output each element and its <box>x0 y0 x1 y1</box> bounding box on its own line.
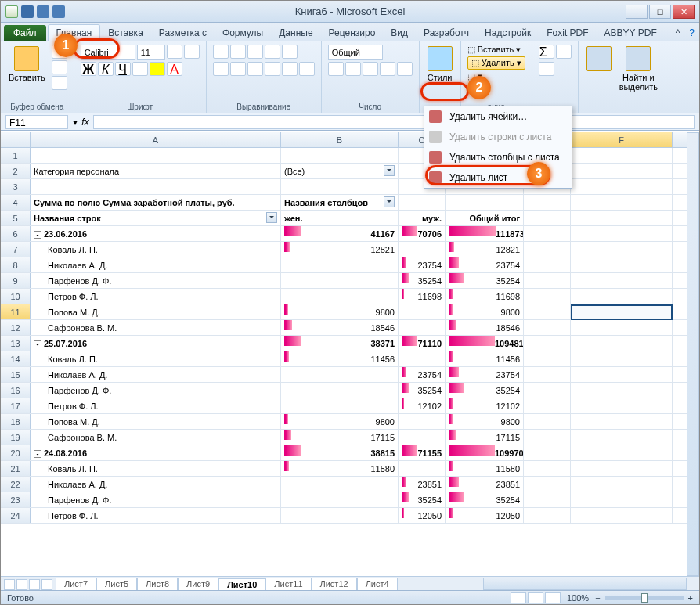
row-header[interactable]: 23 <box>1 492 31 507</box>
sheet-tab[interactable]: Лист12 <box>312 578 357 590</box>
fx-icon[interactable]: fx <box>78 117 93 128</box>
horizontal-scrollbar[interactable] <box>483 578 687 590</box>
cell-value[interactable]: 17115 <box>281 430 399 445</box>
font-name-input[interactable] <box>81 45 135 60</box>
sheet-tab[interactable]: Лист7 <box>56 578 96 590</box>
cell-value[interactable]: 12102 <box>399 398 446 413</box>
cell-value[interactable]: 12102 <box>446 398 524 413</box>
col-header-b[interactable]: B <box>281 132 399 147</box>
align-middle-icon[interactable] <box>230 45 246 59</box>
wrap-text-icon[interactable] <box>282 45 298 59</box>
zoom-in-button[interactable]: + <box>688 593 693 603</box>
grow-font-icon[interactable] <box>167 45 182 59</box>
cell-value[interactable]: 23851 <box>446 477 524 492</box>
cell-value[interactable]: 18546 <box>446 320 524 335</box>
cell-value[interactable]: 12821 <box>446 242 524 257</box>
cell-value[interactable]: 9800 <box>446 304 524 319</box>
select-all-corner[interactable] <box>1 132 31 147</box>
row-label[interactable]: Петров Ф. Л. <box>31 508 281 523</box>
cell-value[interactable]: 35254 <box>446 383 524 398</box>
cell-value[interactable] <box>281 289 399 304</box>
sheet-nav-prev-icon[interactable] <box>16 579 27 590</box>
cell-value[interactable] <box>399 320 446 335</box>
increase-indent-icon[interactable] <box>282 62 298 76</box>
cell-value[interactable] <box>281 508 399 523</box>
cell-value[interactable]: 11456 <box>281 351 399 366</box>
row-header[interactable]: 1 <box>1 148 31 163</box>
delete-cells-button[interactable]: ⬚ Удалить ▾ <box>467 56 525 70</box>
cell-value[interactable] <box>399 242 446 257</box>
zoom-slider[interactable] <box>605 596 684 600</box>
zoom-out-button[interactable]: − <box>595 593 600 603</box>
cell-value[interactable]: 23754 <box>446 257 524 272</box>
help-icon[interactable]: ? <box>684 25 699 41</box>
col-header-a[interactable]: A <box>31 132 281 147</box>
sheet-tab[interactable]: Лист9 <box>178 578 218 590</box>
cell-value[interactable] <box>281 477 399 492</box>
cell-value[interactable]: 12050 <box>446 508 524 523</box>
minimize-button[interactable]: — <box>626 5 648 19</box>
row-label[interactable]: Коваль Л. П. <box>31 461 281 476</box>
underline-icon[interactable]: Ч <box>115 62 131 76</box>
copy-icon[interactable] <box>52 60 67 74</box>
find-select-button[interactable]: Найти и выделить <box>618 45 659 93</box>
cell-value[interactable]: 23754 <box>399 367 446 382</box>
vertical-scrollbar[interactable] <box>687 132 699 576</box>
row-header[interactable]: 21 <box>1 461 31 476</box>
sheet-nav-next-icon[interactable] <box>29 579 40 590</box>
row-header[interactable]: 14 <box>1 351 31 366</box>
row-label[interactable]: Коваль Л. П. <box>31 351 281 366</box>
number-format-input[interactable] <box>328 45 383 60</box>
increase-decimal-icon[interactable] <box>380 62 395 76</box>
cell-value[interactable]: 23851 <box>399 477 446 492</box>
comma-icon[interactable] <box>363 62 378 76</box>
cell-value[interactable]: 9800 <box>281 304 399 319</box>
row-header[interactable]: 2 <box>1 164 31 178</box>
cell-value[interactable] <box>281 367 399 382</box>
cell-value[interactable]: 38815 <box>281 445 399 460</box>
align-bottom-icon[interactable] <box>247 45 263 59</box>
pivot-col1[interactable]: жен. <box>281 211 399 225</box>
cell-value[interactable]: 35254 <box>399 273 446 288</box>
row-header[interactable]: 20 <box>1 445 31 460</box>
row-header[interactable]: 6 <box>1 226 31 241</box>
row-header[interactable]: 11 <box>1 304 31 319</box>
tab-view[interactable]: Вид <box>383 25 416 41</box>
tab-review[interactable]: Рецензиро <box>321 25 384 41</box>
row-label[interactable]: Петров Ф. Л. <box>31 289 281 304</box>
orientation-icon[interactable] <box>265 45 280 59</box>
row-label[interactable]: -23.06.2016 <box>31 226 281 241</box>
pivot-sum-label[interactable]: Сумма по полю Сумма заработной платы, ру… <box>31 195 281 210</box>
row-label[interactable]: -25.07.2016 <box>31 336 281 351</box>
cell-value[interactable] <box>281 257 399 272</box>
collapse-icon[interactable]: - <box>34 340 41 348</box>
tab-file[interactable]: Файл <box>4 25 46 41</box>
cell-value[interactable] <box>281 273 399 288</box>
cell-value[interactable]: 12050 <box>399 508 446 523</box>
tab-formulas[interactable]: Формулы <box>215 25 271 41</box>
cell-value[interactable]: 109481 <box>446 336 524 351</box>
cell-value[interactable]: 70706 <box>399 226 446 241</box>
row-label[interactable]: Попова М. Д. <box>31 414 281 429</box>
cell-value[interactable]: 11456 <box>446 351 524 366</box>
cell-value[interactable]: 111873 <box>446 226 524 241</box>
row-label[interactable]: Сафронова В. М. <box>31 320 281 335</box>
row-header[interactable]: 12 <box>1 320 31 335</box>
ribbon-minimize-icon[interactable]: ^ <box>671 25 685 41</box>
styles-button[interactable]: Стили <box>426 45 454 84</box>
pivot-col-label[interactable]: Названия столбцов <box>281 195 399 210</box>
format-painter-icon[interactable] <box>52 76 67 90</box>
delete-cols-menuitem[interactable]: Удалить столбцы с листа <box>424 147 572 167</box>
bold-icon[interactable]: Ж <box>81 62 96 76</box>
row-header[interactable]: 8 <box>1 257 31 272</box>
cell-value[interactable]: 35254 <box>446 273 524 288</box>
cell-value[interactable] <box>399 351 446 366</box>
insert-cells-button[interactable]: ⬚ Вставить ▾ <box>467 45 521 55</box>
pivot-col2[interactable]: муж. <box>399 211 446 225</box>
percent-icon[interactable] <box>345 62 361 76</box>
close-button[interactable]: ✕ <box>673 5 695 19</box>
normal-view-icon[interactable] <box>511 592 526 603</box>
collapse-icon[interactable]: - <box>34 231 41 239</box>
row-label[interactable]: Попова М. Д. <box>31 304 281 319</box>
tab-data[interactable]: Данные <box>271 25 320 41</box>
